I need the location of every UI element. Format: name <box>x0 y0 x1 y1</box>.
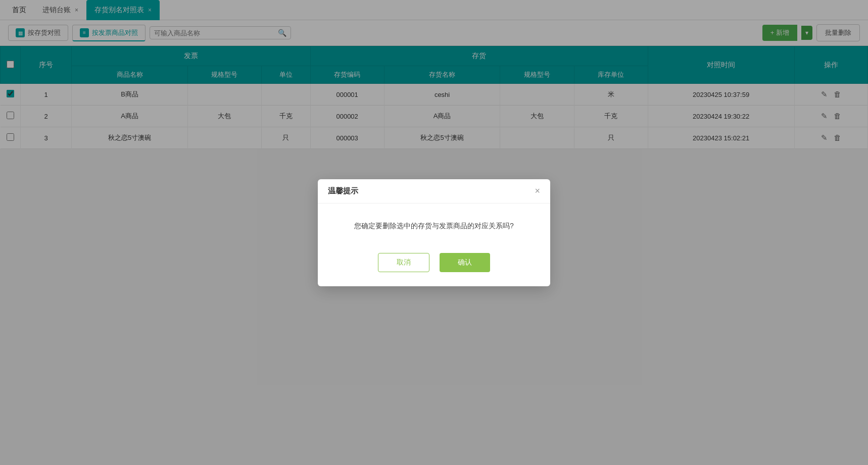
overlay: 温馨提示 × 您确定要删除选中的存货与发票商品的对应关系吗? 取消 确认 <box>0 0 868 149</box>
